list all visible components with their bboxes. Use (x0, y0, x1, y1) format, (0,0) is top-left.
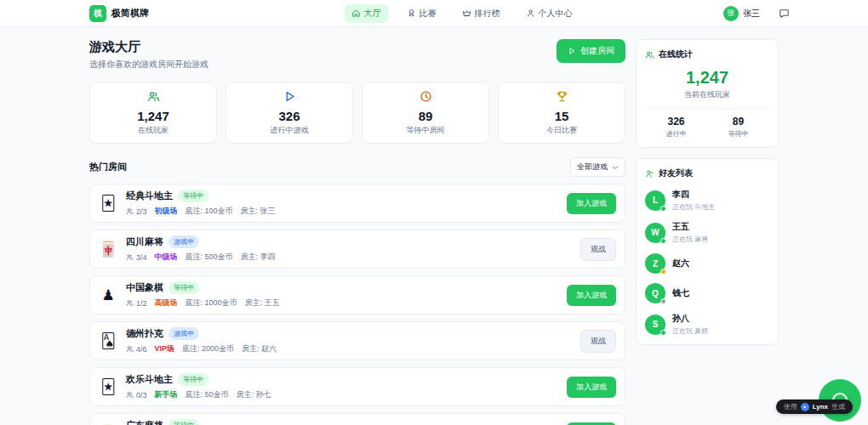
presence-dot (660, 238, 666, 244)
room-info: 中国象棋 等待中 1/2 高级场 底注: 1000金币 房主: 王五 (126, 281, 558, 309)
room-name: 经典斗地主 (126, 190, 173, 202)
play-icon (283, 90, 296, 103)
room-status-badge: 等待中 (168, 419, 199, 425)
presence-dot (660, 330, 666, 336)
user-friends-icon (645, 169, 654, 178)
room-info: 广东麻将 等待中 2/4 中级场 底注: 300金币 房主: 周八 (126, 419, 558, 425)
panel-title: 在线统计 (659, 48, 693, 60)
nav-user-area: 张 张三 (723, 6, 790, 21)
game-icon: ♟ (99, 288, 117, 303)
room-card: ♟ 中国象棋 等待中 1/2 高级场 底注: 1000金币 (89, 275, 625, 314)
nav-item-profile[interactable]: 个人中心 (519, 4, 580, 23)
game-filter-value: 全部游戏 (577, 162, 608, 173)
room-level: 新手场 (155, 389, 178, 400)
room-info: 德州扑克 游戏中 4/6 VIP场 底注: 2000金币 房主: 赵六 (126, 327, 572, 354)
friend-item[interactable]: Q 钱七 (645, 283, 769, 303)
room-level: 中级场 (155, 252, 178, 263)
play-icon (568, 47, 576, 55)
room-level: 初级场 (155, 206, 178, 217)
room-owner: 房主: 李四 (241, 252, 276, 263)
sub-stat-label: 进行中 (645, 129, 707, 139)
presence-dot (660, 298, 666, 304)
user-icon (526, 8, 535, 18)
friends-panel: 好友列表 L 李四 正在玩 斗地主 (636, 158, 779, 345)
room-name: 德州扑克 (126, 327, 163, 340)
nav-item-label: 比赛 (420, 8, 437, 20)
room-details: 2/3 初级场 底注: 100金币 房主: 张三 (126, 206, 558, 217)
friend-list: L 李四 正在玩 斗地主 W (645, 189, 769, 336)
nav-item-leaderboard[interactable]: 排行榜 (455, 4, 507, 23)
room-card: 🃏 经典斗地主 等待中 2/3 初级场 底注: 100金币 (89, 184, 625, 223)
game-icon: 🂡 (99, 334, 117, 348)
brand-logo-icon: 棋 (89, 5, 106, 22)
game-filter-select[interactable]: 全部游戏 (570, 157, 625, 177)
room-action-button[interactable]: 观战 (580, 238, 616, 261)
player-count: 2/3 (126, 207, 147, 216)
nav-item-lobby[interactable]: 大厅 (345, 4, 388, 23)
presence-dot (660, 206, 666, 212)
nav-item-matches[interactable]: 比赛 (400, 4, 443, 23)
online-stats-panel: 在线统计 1,247 当前在线玩家 326 进行中 89 等待中 (636, 39, 779, 148)
sub-stat-value: 326 (645, 116, 707, 128)
room-card: 🃏 欢乐斗地主 等待中 0/3 新手场 底注: 50金币 (89, 367, 625, 406)
nav-menu: 大厅 比赛 排行榜 个人中心 (345, 4, 580, 23)
sub-stat-active: 326 进行中 (645, 116, 707, 139)
room-owner: 房主: 张三 (241, 206, 276, 217)
user-chip[interactable]: 张 张三 (723, 6, 760, 21)
room-action-button[interactable]: 观战 (580, 330, 616, 353)
online-count-value: 1,247 (645, 68, 769, 88)
friend-avatar-wrap: Z (645, 253, 665, 274)
room-action-button[interactable]: 加入游戏 (567, 285, 616, 306)
friend-item[interactable]: L 李四 正在玩 斗地主 (645, 189, 769, 212)
player-count: 1/2 (126, 299, 147, 308)
sub-stat-label: 等待中 (707, 129, 769, 139)
player-count-value: 0/3 (136, 391, 147, 400)
brand-name: 极简棋牌 (111, 7, 149, 20)
room-list: 🃏 经典斗地主 等待中 2/3 初级场 底注: 100金币 (89, 184, 625, 425)
section-title: 热门房间 (89, 161, 127, 173)
online-count-label: 当前在线玩家 (645, 89, 769, 100)
friend-item[interactable]: Z 赵六 (645, 253, 769, 274)
room-details: 3/4 中级场 底注: 500金币 房主: 李四 (126, 252, 572, 263)
friend-item[interactable]: S 孙八 正在玩 象棋 (645, 313, 769, 336)
room-name: 欢乐斗地主 (126, 373, 173, 386)
friend-avatar-wrap: L (645, 190, 665, 211)
player-count-value: 4/6 (136, 345, 147, 354)
create-room-label: 创建房间 (580, 45, 614, 57)
friend-name: 李四 (672, 189, 715, 201)
create-room-button[interactable]: 创建房间 (557, 39, 625, 63)
users-icon (126, 345, 134, 353)
player-count-value: 2/3 (136, 207, 147, 216)
nav-item-label: 排行榜 (475, 8, 500, 20)
game-icon: 🃏 (99, 380, 117, 394)
player-count: 3/4 (126, 253, 147, 262)
presence-dot (660, 269, 666, 275)
room-stake: 底注: 1000金币 (186, 298, 237, 309)
room-level: 高级场 (155, 298, 178, 309)
player-count: 0/3 (126, 391, 147, 400)
room-details: 4/6 VIP场 底注: 2000金币 房主: 赵六 (126, 343, 572, 354)
player-count: 4/6 (126, 345, 147, 354)
room-action-button[interactable]: 加入游戏 (567, 193, 616, 214)
users-icon (126, 253, 134, 261)
room-details: 1/2 高级场 底注: 1000金币 房主: 王五 (126, 298, 558, 309)
crown-icon (462, 8, 471, 18)
player-count-value: 3/4 (136, 253, 147, 262)
friend-status: 正在玩 斗地主 (672, 202, 715, 212)
room-stake: 底注: 100金币 (186, 206, 233, 217)
chat-bubble-icon[interactable] (779, 8, 790, 19)
room-owner: 房主: 孙七 (237, 389, 271, 400)
lynx-badge[interactable]: 使用 ✦ Lynx 生成 (776, 400, 853, 414)
rooms-header: 热门房间 全部游戏 (89, 157, 625, 177)
friend-avatar-wrap: W (645, 223, 665, 243)
room-action-button[interactable]: 加入游戏 (567, 377, 616, 398)
lobby-header: 游戏大厅 选择你喜欢的游戏房间开始游戏 创建房间 (89, 39, 625, 71)
stat-card-online-players: 1,247 在线玩家 (89, 82, 217, 144)
room-action-button[interactable]: 加入游戏 (567, 422, 616, 425)
sub-stat-waiting: 89 等待中 (707, 116, 769, 139)
stat-label: 在线玩家 (95, 125, 211, 136)
lynx-badge-suffix: 生成 (831, 402, 845, 411)
brand[interactable]: 棋 极简棋牌 (89, 5, 149, 22)
online-count: 1,247 当前在线玩家 (645, 68, 769, 100)
friend-item[interactable]: W 王五 正在玩 麻将 (645, 221, 769, 244)
